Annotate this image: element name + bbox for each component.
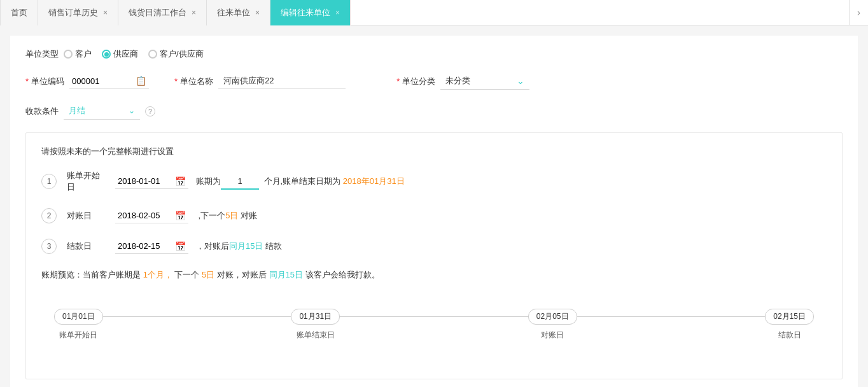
- node-label-2: 对账日: [541, 330, 564, 341]
- tab-contacts[interactable]: 往来单位 ×: [207, 0, 270, 25]
- payment-terms-row: 收款条件 月结 ⌄ ?: [25, 102, 843, 120]
- period-months-input[interactable]: [221, 174, 259, 190]
- setting-row-3: 3 结款日 📅 ，对账后 同月15日 结款: [41, 239, 827, 254]
- reconcile-date-input-wrap: 📅: [115, 208, 188, 223]
- reconcile-desc-suffix: 对账: [241, 210, 257, 222]
- settle-date-highlight: 同月15日: [229, 241, 263, 252]
- radio-label-supplier: 供应商: [113, 48, 138, 60]
- setting-row-1: 1 账单开始日 📅 账期为 个月,账单结束日期为 2018年01月31日: [41, 170, 827, 193]
- unit-category-arrow: ⌄: [517, 76, 524, 86]
- start-date-input-wrap: 📅: [115, 174, 188, 189]
- timeline-nodes: 01月01日 账单开始日 01月31日 账单结束日 02月05日 对账日 02月…: [54, 309, 814, 341]
- unit-type-field: 单位类型 客户 供应商 客户/供应商: [25, 48, 204, 60]
- unit-category-value: 未分类: [445, 75, 513, 87]
- settle-desc-suffix: 结款: [265, 241, 282, 252]
- unit-code-input-wrap: 📋: [69, 74, 149, 89]
- row-num-3: 3: [41, 239, 57, 254]
- node-box-2: 02月05日: [528, 309, 577, 325]
- payment-terms-field: 收款条件 月结 ⌄ ?: [25, 102, 155, 120]
- unit-name-label: 单位名称: [180, 76, 213, 87]
- node-label-0: 账单开始日: [59, 330, 97, 341]
- row-label-2: 对账日: [67, 210, 105, 222]
- start-date-input[interactable]: [115, 174, 172, 188]
- settle-date-input-wrap: 📅: [115, 239, 188, 254]
- radio-supplier[interactable]: 供应商: [102, 48, 138, 60]
- panel-title: 请按照未来的一个完整帐期进行设置: [41, 146, 827, 157]
- unit-name-field: * 单位名称: [174, 74, 346, 89]
- timeline-node-1: 01月31日 账单结束日: [291, 309, 340, 341]
- help-icon[interactable]: ?: [145, 106, 155, 116]
- payment-terms-select[interactable]: 月结 ⌄: [64, 102, 140, 120]
- unit-category-label: 单位分类: [402, 76, 435, 87]
- unit-category-field: * 单位分类 未分类 ⌄: [396, 73, 529, 90]
- payment-terms-value: 月结: [69, 105, 125, 116]
- preview-text: 账期预览：当前客户账期是 1个月， 下一个 5日 对账，对账后 同月15日 该客…: [41, 269, 827, 281]
- tab-more-button[interactable]: ›: [849, 0, 868, 25]
- radio-customer-supplier[interactable]: 客户/供应商: [148, 48, 204, 60]
- preview-highlight3: 同月15日: [269, 270, 303, 279]
- radio-circle-supplier: [102, 50, 111, 59]
- tab-close-daily[interactable]: ×: [192, 8, 196, 17]
- tab-sales-order-history[interactable]: 销售订单历史 ×: [38, 0, 118, 25]
- reconcile-desc-prefix: ,下一个: [196, 210, 225, 222]
- unit-code-field: * 单位编码 📋: [25, 74, 149, 89]
- tab-daily-clear[interactable]: 钱货日清工作台 ×: [118, 0, 207, 25]
- reconcile-date-calendar-icon[interactable]: 📅: [172, 209, 188, 222]
- unit-code-label: 单位编码: [31, 76, 64, 87]
- settle-date-input[interactable]: [115, 239, 172, 253]
- settle-desc-prefix: ，对账后: [196, 241, 229, 252]
- unit-type-label: 单位类型: [25, 48, 59, 60]
- tab-close-contacts[interactable]: ×: [255, 8, 260, 17]
- radio-circle-customer: [64, 50, 73, 59]
- main-content: 单位类型 客户 供应商 客户/供应商 * 单位编码: [10, 36, 858, 387]
- node-label-1: 账单结束日: [297, 330, 335, 341]
- start-date-calendar-icon[interactable]: 📅: [172, 175, 188, 188]
- row-num-1: 1: [41, 174, 57, 189]
- unit-type-row: 单位类型 客户 供应商 客户/供应商: [25, 48, 843, 60]
- setting-row-2: 2 对账日 📅 ,下一个 5日 对账: [41, 208, 827, 223]
- payment-terms-arrow: ⌄: [129, 106, 135, 115]
- radio-label-customer-supplier: 客户/供应商: [160, 48, 204, 60]
- unit-type-radio-group: 客户 供应商 客户/供应商: [64, 48, 204, 60]
- timeline-node-2: 02月05日 对账日: [528, 309, 577, 341]
- timeline-node-0: 01月01日 账单开始日: [54, 309, 103, 341]
- tabs-bar: 首页 销售订单历史 × 钱货日清工作台 × 往来单位 × 编辑往来单位 × ›: [0, 0, 868, 25]
- node-label-3: 结款日: [778, 330, 801, 341]
- preview-text1: 下一个: [174, 270, 199, 279]
- radio-customer[interactable]: 客户: [64, 48, 92, 60]
- preview-highlight2: 5日: [202, 270, 214, 279]
- period-desc-suffix: 个月,账单结束日期为: [262, 176, 343, 187]
- tab-close-sales[interactable]: ×: [103, 8, 108, 17]
- row-num-2: 2: [41, 208, 57, 223]
- node-box-3: 02月15日: [765, 309, 814, 325]
- reconcile-date-input[interactable]: [115, 208, 172, 223]
- required-mark-code: *: [25, 76, 29, 86]
- timeline-wrap: 01月01日 账单开始日 01月31日 账单结束日 02月05日 对账日 02月…: [41, 296, 827, 366]
- period-settings-panel: 请按照未来的一个完整帐期进行设置 1 账单开始日 📅 账期为 个月,账单结束日期…: [25, 132, 843, 379]
- radio-circle-customer-supplier: [148, 50, 157, 59]
- required-mark-name: *: [174, 76, 178, 86]
- radio-label-customer: 客户: [75, 48, 92, 60]
- copy-icon[interactable]: 📋: [133, 74, 149, 87]
- node-box-0: 01月01日: [54, 309, 103, 325]
- node-box-1: 01月31日: [291, 309, 340, 325]
- preview-text2: 对账，对账后: [217, 270, 267, 279]
- payment-terms-label: 收款条件: [25, 106, 59, 117]
- timeline-node-3: 02月15日 结款日: [765, 309, 814, 341]
- reconcile-date-highlight: 5日: [225, 210, 238, 222]
- preview-label: 账期预览：当前客户账期是: [41, 270, 141, 279]
- unit-name-input[interactable]: [218, 74, 346, 89]
- row-label-3: 结款日: [67, 241, 105, 252]
- unit-info-row: * 单位编码 📋 * 单位名称 * 单位分类 未分类 ⌄: [25, 73, 843, 90]
- row-label-1: 账单开始日: [67, 170, 105, 193]
- unit-code-input[interactable]: [69, 74, 133, 88]
- preview-highlight1: 1个月，: [143, 270, 172, 279]
- preview-text3: 该客户会给我打款。: [305, 270, 380, 279]
- period-desc-prefix: 账期为: [196, 176, 221, 187]
- required-mark-category: *: [396, 76, 400, 86]
- tab-home[interactable]: 首页: [0, 0, 38, 25]
- settle-date-calendar-icon[interactable]: 📅: [172, 240, 188, 253]
- tab-close-edit-contacts[interactable]: ×: [335, 8, 340, 17]
- tab-edit-contacts[interactable]: 编辑往来单位 ×: [270, 0, 351, 25]
- unit-category-select[interactable]: 未分类 ⌄: [440, 73, 529, 90]
